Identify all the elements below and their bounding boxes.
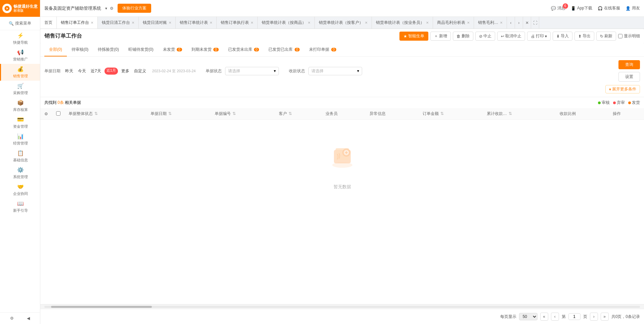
payment-select[interactable]: 请选择 ▾	[308, 67, 362, 75]
last-page-btn[interactable]: »	[601, 313, 609, 321]
expand-conditions-btn[interactable]: ▾ 展开更多条件	[605, 85, 640, 93]
date-opt-yesterday[interactable]: 昨天	[64, 68, 75, 75]
tab-close-icon-6[interactable]: ✕	[308, 21, 310, 25]
tab-close-icon-8[interactable]: ✕	[426, 21, 429, 25]
tab-sales-gross[interactable]: 销售毛利… ✕	[474, 17, 507, 29]
tab-close-icon-2[interactable]: ✕	[132, 21, 134, 25]
page-number-input[interactable]	[568, 313, 581, 320]
sidebar-item-marketing[interactable]: 📢 营销推广	[0, 47, 40, 64]
message-btn[interactable]: 💬 消息 6	[551, 5, 565, 11]
audit-action-btn[interactable]: 审核	[598, 100, 610, 106]
cancel-stop-btn[interactable]: ↩ 取消中止	[497, 32, 525, 41]
online-service-btn[interactable]: 🎧 在线客服	[598, 5, 620, 11]
tab-close-icon[interactable]: ✕	[91, 21, 93, 25]
sidebar-item-operations[interactable]: 📊 经营管理	[0, 131, 40, 148]
export-btn[interactable]: ⬆ 导出	[574, 32, 594, 41]
tab-close-icon-7[interactable]: ✕	[365, 21, 368, 25]
industry-btn[interactable]: 体验行业方案	[118, 4, 151, 13]
refresh-btn[interactable]: ↻ 刷新	[596, 32, 616, 41]
tab-scroll-left[interactable]: ‹	[507, 17, 515, 29]
sidebar-item-quick-nav[interactable]: ⚡ 快捷导航	[0, 30, 40, 47]
add-btn[interactable]: ＋ 新增	[430, 32, 451, 41]
show-detail-input[interactable]	[618, 34, 622, 38]
prev-page-btn[interactable]: ‹	[551, 313, 559, 321]
sidebar-item-finance[interactable]: 💳 资金管理	[0, 114, 40, 131]
page-size-select[interactable]: 50 100	[519, 313, 538, 320]
tab-sales-order[interactable]: 销售订单工作台 ✕	[57, 17, 98, 29]
marketing-icon: 📢	[17, 49, 24, 55]
settings-icon[interactable]: ⚙	[10, 316, 14, 321]
scrollbar-thumb[interactable]	[51, 306, 152, 308]
date-opt-1month[interactable]: 近1月	[104, 68, 118, 75]
sidebar-item-purchase[interactable]: 🛒 采购管理	[0, 81, 40, 97]
inventory-label: 库存核算	[13, 107, 28, 112]
tab-sales-goods[interactable]: 销货单统计表（按商品） ✕	[258, 17, 315, 29]
filter-tab-pending-review[interactable]: 待审核(0)	[67, 43, 93, 56]
set-btn[interactable]: 设置	[618, 72, 640, 82]
system-dropdown[interactable]: ▾	[105, 6, 107, 11]
user-label: 用友	[632, 5, 640, 11]
query-btn[interactable]: 查询	[618, 60, 640, 69]
cancel-audit-action-btn[interactable]: 弃审	[613, 100, 625, 106]
sidebar-item-system[interactable]: ⚙️ 系统管理	[0, 165, 40, 181]
tab-close-icon-5[interactable]: ✕	[251, 21, 253, 25]
sidebar-item-guide[interactable]: 📖 新手引导	[0, 198, 40, 215]
tab-sales-stat[interactable]: 销售订单统计表 ✕	[176, 17, 217, 29]
sidebar-item-basic-info[interactable]: 📋 基础信息	[0, 148, 40, 165]
filter-tab-not-shipped[interactable]: 未发货 0	[158, 43, 187, 56]
print-btn[interactable]: 🖨 打印 ▾	[527, 32, 551, 41]
smart-create-btn[interactable]: ★ 智能生单	[399, 32, 428, 41]
date-opt-today[interactable]: 今天	[77, 68, 87, 75]
delete-btn[interactable]: 🗑 删除	[453, 32, 473, 41]
tab-maximize[interactable]: ⛶	[531, 17, 539, 29]
sidebar-item-enterprise[interactable]: 🤝 企业协同	[0, 181, 40, 198]
import-btn[interactable]: ⬇ 导入	[553, 32, 572, 41]
app-download-btn[interactable]: 📱 App下载	[571, 5, 592, 11]
sort-collected-icon[interactable]: ⇅	[509, 111, 512, 116]
tab-close-icon-10[interactable]: ✕	[500, 21, 503, 25]
filter-tab-wangpu[interactable]: 旺铺待发货(0)	[124, 43, 158, 56]
user-btn[interactable]: 👤 用友	[626, 5, 640, 11]
sidebar-item-sales[interactable]: 💰 销售管理	[0, 64, 40, 81]
purchase-label: 采购管理	[13, 90, 28, 95]
sort-status-icon[interactable]: ⇅	[94, 111, 98, 116]
status-select[interactable]: 请选择 ▾	[225, 67, 279, 75]
tab-sales-exec[interactable]: 销售订单执行表 ✕	[217, 17, 258, 29]
settings-config-icon[interactable]: ⚙	[110, 6, 114, 11]
date-opt-more[interactable]: 更多	[120, 68, 131, 75]
tab-close-icon-9[interactable]: ✕	[467, 21, 470, 25]
tab-close-icon-4[interactable]: ✕	[210, 21, 212, 25]
sort-customer-icon[interactable]: ⇅	[289, 111, 292, 116]
date-opt-custom[interactable]: 自定义	[133, 68, 147, 75]
filter-tab-shipped-not-out[interactable]: 已发货未出库 0	[223, 43, 264, 56]
sidebar-item-inventory[interactable]: 📦 库存核算	[0, 97, 40, 114]
tab-scroll-right[interactable]: ›	[515, 17, 523, 29]
next-page-btn[interactable]: ›	[590, 313, 598, 321]
tab-sales-staff[interactable]: 销货单统计表（按业务员） ✕	[372, 17, 433, 29]
deliver-action-btn[interactable]: 发货	[628, 100, 640, 106]
sidebar-search[interactable]: 🔍 搜索菜单	[0, 17, 40, 30]
stop-btn[interactable]: ⊘ 中止	[475, 32, 495, 41]
tab-close-all[interactable]: ✕	[523, 17, 531, 29]
sort-amount-icon[interactable]: ⇅	[440, 111, 444, 116]
sort-date-icon[interactable]: ⇅	[168, 111, 172, 116]
show-detail-checkbox[interactable]: 显示明细	[618, 33, 640, 39]
filter-tab-shipped-out[interactable]: 已发货已出库 0	[264, 43, 304, 56]
date-opt-7days[interactable]: 近7天	[89, 68, 102, 75]
tab-gross-analysis[interactable]: 商品毛利分析表 ✕	[433, 17, 474, 29]
filter-tab-pending-inspect[interactable]: 待拣验货(0)	[93, 43, 124, 56]
select-all-checkbox[interactable]	[56, 111, 60, 116]
th-checkbox[interactable]	[52, 108, 65, 120]
tab-close-icon-3[interactable]: ✕	[169, 21, 171, 25]
first-page-btn[interactable]: «	[540, 313, 548, 321]
filter-tab-all[interactable]: 全部(0)	[44, 43, 67, 56]
tab-cash-reconcile[interactable]: 钱货日清对账 ✕	[139, 17, 176, 29]
tab-sales-customer[interactable]: 销货单统计表（按客户） ✕	[315, 17, 372, 29]
filter-tab-overdue[interactable]: 到期未发货 0	[187, 43, 223, 56]
sort-number-icon[interactable]: ⇅	[232, 111, 236, 116]
collapse-icon[interactable]: ◀	[27, 316, 30, 321]
config-icon[interactable]: ⚙	[44, 112, 48, 116]
tab-cash-clear[interactable]: 钱货日清工作台 ✕	[98, 17, 139, 29]
filter-tab-not-printed[interactable]: 未打印单据 0	[304, 43, 341, 56]
tab-home[interactable]: 首页	[40, 17, 57, 29]
